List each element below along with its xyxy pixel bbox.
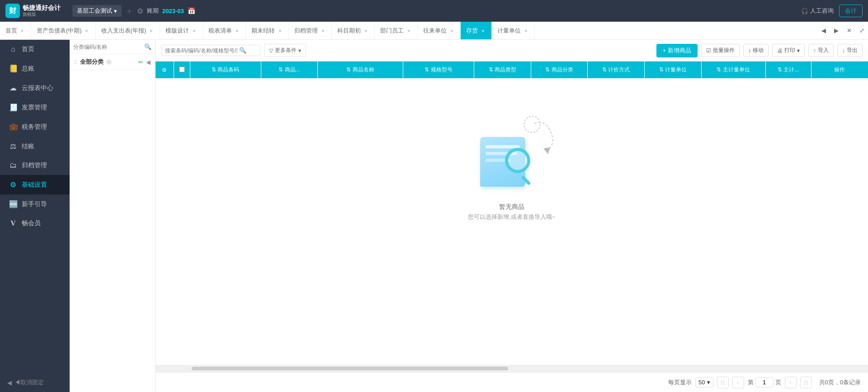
page-number-input[interactable] — [755, 377, 774, 387]
tab-dept[interactable]: 部门员工 × — [375, 22, 418, 39]
th-barcode[interactable]: ⇅ 商品条码 — [190, 61, 261, 78]
th-category[interactable]: ⇅ 商品分类 — [531, 61, 588, 78]
tab-income-close[interactable]: × — [148, 28, 154, 34]
settle-icon: ⚖ — [9, 142, 17, 151]
tab-period[interactable]: 期末结转 × — [246, 22, 289, 39]
th-model[interactable]: ⇅ 规格型号 — [403, 61, 474, 78]
horizontal-scrollbar[interactable] — [156, 365, 868, 372]
collapse-category-icon[interactable]: ◀ — [146, 59, 151, 66]
tab-unit[interactable]: 计量单位 × — [492, 22, 535, 39]
sidebar-item-ledger[interactable]: 📒 总账 — [0, 59, 70, 78]
tab-archive-close[interactable]: × — [320, 28, 326, 34]
calendar-icon[interactable]: 📅 — [188, 7, 195, 14]
sort-name[interactable]: ⇅ 商品名称 — [321, 66, 399, 74]
th-type[interactable]: ⇅ 商品类型 — [474, 61, 531, 78]
sidebar-item-reports[interactable]: ☁ 云报表中心 — [0, 78, 70, 98]
settings-icon[interactable]: ⚙ — [137, 7, 143, 15]
company-selector[interactable]: 基层工会测试 ▾ — [72, 5, 122, 17]
per-page-select[interactable]: 50 ▾ — [695, 377, 713, 387]
tab-template[interactable]: 模版设计 × — [160, 22, 203, 39]
th-col3[interactable]: ⇅ 主计... — [765, 61, 811, 78]
sort-model[interactable]: ⇅ 规格型号 — [407, 66, 470, 74]
select-all-checkbox[interactable] — [179, 66, 185, 72]
tab-partner-close[interactable]: × — [448, 28, 455, 34]
tab-period-close[interactable]: × — [277, 28, 283, 34]
logo-icon: 财 — [5, 4, 20, 18]
sidebar-item-home[interactable]: ⌂ 首页 — [0, 40, 70, 59]
category-search-icon[interactable]: 🔍 — [144, 43, 151, 50]
th-price[interactable]: ⇅ 计价方式 — [588, 61, 645, 78]
th-name[interactable]: ⇅ 商品名称 — [318, 61, 403, 78]
th-code[interactable]: ⇅ 商品... — [261, 61, 318, 78]
sort-col3[interactable]: ⇅ 主计... — [769, 66, 807, 74]
batch-ops-button[interactable]: ☑ 批量操作 — [701, 44, 740, 57]
scroll-thumb[interactable] — [192, 367, 508, 370]
tab-template-close[interactable]: × — [191, 28, 197, 34]
sidebar-item-invoice[interactable]: 🧾 发票管理 — [0, 98, 70, 117]
export-button[interactable]: ↓ 导出 — [837, 44, 863, 57]
print-button[interactable]: 🖨 打印 ▾ — [772, 44, 805, 57]
pagination-bar: 每页显示 50 ▾ ⟨⟨ ‹ 第 页 › ⟩⟩ 共0页，0条记录 — [156, 372, 868, 392]
consulting-btn[interactable]: 🎧 人工咨询 — [801, 7, 834, 15]
filter-button[interactable]: ▽ 更多条件 ▾ — [264, 44, 306, 57]
sidebar-item-archive[interactable]: 🗂 归档管理 — [0, 156, 70, 175]
tab-next-btn[interactable]: ▶ — [830, 22, 843, 40]
tab-expand-btn[interactable]: ⤢ — [855, 22, 868, 40]
sidebar-item-tax[interactable]: 💼 税务管理 — [0, 117, 70, 137]
sort-unit[interactable]: ⇅ 计量单位 — [648, 66, 698, 74]
first-page-btn[interactable]: ⟨⟨ — [717, 377, 729, 388]
sort-price[interactable]: ⇅ 计价方式 — [591, 66, 641, 74]
tab-dept-close[interactable]: × — [406, 28, 412, 34]
tab-balance[interactable]: 资产负债表(中期) × — [31, 22, 96, 39]
last-page-btn[interactable]: ⟩⟩ — [800, 377, 812, 388]
tab-inventory[interactable]: 存货 × — [461, 22, 492, 39]
add-product-button[interactable]: + 新增商品 — [656, 44, 698, 57]
add-tab-icon[interactable]: ＋ — [125, 5, 133, 16]
edit-category-icon[interactable]: ✏ — [138, 59, 143, 66]
tab-subject-label: 科目期初 — [337, 27, 361, 35]
th-unit[interactable]: ⇅ 计量单位 — [645, 61, 702, 78]
unpin-button[interactable]: ◀ ◀取消固定 — [0, 373, 70, 392]
sort-category[interactable]: ⇅ 商品分类 — [535, 66, 584, 74]
account-btn[interactable]: 会计 — [839, 5, 863, 17]
th-settings[interactable]: ⚙ — [156, 61, 174, 78]
prev-page-btn[interactable]: ‹ — [732, 377, 744, 388]
sidebar-item-guide[interactable]: 🆕 新手引导 — [0, 194, 70, 214]
th-name-label: ⇅ 商品名称 — [346, 66, 374, 74]
tab-partner[interactable]: 往来单位 × — [418, 22, 461, 39]
sort-type[interactable]: ⇅ 商品类型 — [478, 66, 527, 74]
sidebar-item-settle[interactable]: ⚖ 结账 — [0, 137, 70, 156]
sidebar-item-member[interactable]: V 畅会员 — [0, 214, 70, 233]
tab-income[interactable]: 收入支出表(年报) × — [96, 22, 160, 39]
invoice-icon: 🧾 — [9, 103, 17, 112]
th-main-unit[interactable]: ⇅ 主计量单位 — [701, 61, 765, 78]
tab-unit-close[interactable]: × — [523, 28, 529, 34]
tab-home-close[interactable]: × — [19, 28, 25, 34]
tab-subject[interactable]: 科目期初 × — [332, 22, 375, 39]
tab-close-all-btn[interactable]: ✕ — [843, 22, 855, 40]
empty-state: 暂无商品 您可以选择新增,或者直接导入哦~ — [156, 78, 868, 257]
th-col3-label: ⇅ 主计... — [778, 66, 799, 74]
next-page-btn[interactable]: › — [785, 377, 797, 388]
product-search-input[interactable] — [165, 47, 237, 54]
consulting-label: 人工咨询 — [810, 7, 834, 15]
category-search-input[interactable] — [73, 44, 142, 50]
tab-archive[interactable]: 归档管理 × — [289, 22, 332, 39]
import-button[interactable]: ↑ 导入 — [808, 44, 834, 57]
sidebar-item-basic[interactable]: ⚙ 基础设置 — [0, 175, 70, 194]
tab-prev-btn[interactable]: ◀ — [817, 22, 830, 40]
product-search-icon[interactable]: 🔍 — [239, 47, 246, 54]
tab-subject-close[interactable]: × — [363, 28, 369, 34]
tab-tax[interactable]: 税表清单 × — [203, 22, 246, 39]
sort-main-unit[interactable]: ⇅ 主计量单位 — [705, 66, 762, 74]
page-input-area: 第 页 — [748, 377, 781, 387]
tab-tax-close[interactable]: × — [234, 28, 240, 34]
tab-balance-close[interactable]: × — [84, 28, 90, 34]
sort-barcode[interactable]: ⇅ 商品条码 — [194, 66, 257, 74]
tab-home[interactable]: 首页 × — [0, 22, 31, 39]
sort-code[interactable]: ⇅ 商品... — [265, 66, 314, 74]
th-check[interactable] — [174, 61, 190, 78]
tab-inventory-close[interactable]: × — [480, 28, 486, 34]
header-right: 🎧 人工咨询 会计 — [801, 5, 863, 17]
move-button[interactable]: ↕ 移动 — [743, 44, 769, 57]
